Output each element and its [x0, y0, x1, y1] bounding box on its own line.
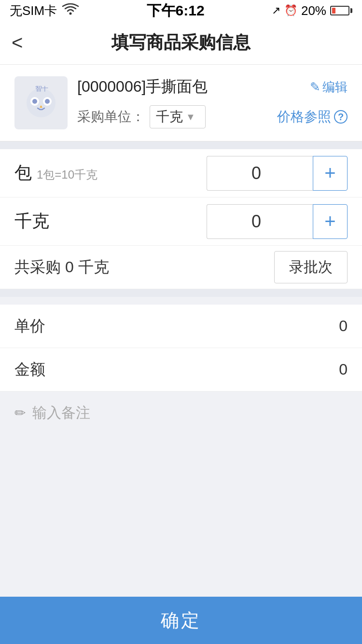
remark-placeholder: 输入备注 [32, 403, 90, 423]
bag-input-wrap: + [101, 156, 348, 191]
record-batch-button[interactable]: 录批次 [274, 251, 348, 283]
remark-section[interactable]: ✏ 输入备注 [0, 392, 362, 434]
edit-label: 编辑 [322, 79, 348, 96]
svg-point-0 [70, 12, 72, 14]
product-logo-icon: 智 十 [24, 86, 58, 120]
wifi-icon [62, 3, 79, 19]
product-image: 智 十 [14, 76, 68, 129]
help-icon[interactable]: ? [334, 110, 348, 124]
kg-plus-button[interactable]: + [313, 204, 348, 239]
product-card: 智 十 [0000006]手撕面包 ✎ 编辑 采购单位： 千克 ▼ 价格参照 ? [0, 65, 362, 141]
nav-bar: < 填写商品采购信息 [0, 21, 362, 65]
unit-price-row: 单价 0 [0, 305, 362, 348]
status-time: 下午6:12 [147, 1, 205, 21]
kg-label: 千克 [14, 210, 49, 233]
confirm-button[interactable]: 确定 [0, 597, 362, 644]
input-section: 包 1包=10千克 + 千克 + 共采购 0 千克 录批次 [0, 149, 362, 289]
svg-text:十: 十 [42, 86, 48, 92]
purchase-unit-label: 采购单位： [77, 108, 145, 126]
unit-dropdown-icon: ▼ [186, 112, 195, 123]
product-name: [0000006]手撕面包 [77, 76, 208, 98]
price-ref-button[interactable]: 价格参照 ? [277, 108, 348, 126]
product-info: [0000006]手撕面包 ✎ 编辑 采购单位： 千克 ▼ 价格参照 ? [77, 76, 348, 128]
unit-value: 千克 [156, 108, 183, 126]
content-area [0, 434, 362, 599]
bag-input-row: 包 1包=10千克 + [0, 149, 362, 197]
battery-percent: 20% [301, 3, 326, 18]
bag-sub-label: 1包=10千克 [37, 167, 97, 182]
status-left: 无SIM卡 [10, 2, 79, 19]
bag-label-group: 包 1包=10千克 [14, 161, 101, 185]
total-summary-text: 共采购 0 千克 [14, 257, 109, 278]
amount-label: 金额 [14, 359, 45, 380]
kg-input-wrap: + [101, 204, 348, 239]
unit-price-value: 0 [339, 317, 348, 335]
svg-point-4 [32, 99, 37, 104]
location-icon: ↗ [272, 4, 280, 17]
no-sim-text: 无SIM卡 [10, 2, 57, 19]
confirm-label: 确定 [161, 608, 201, 633]
unit-price-label: 单价 [14, 316, 45, 337]
status-bar: 无SIM卡 下午6:12 ↗ ⏰ 20% [0, 0, 362, 21]
pencil-icon: ✏ [14, 405, 26, 421]
kg-quantity-input[interactable] [207, 204, 313, 239]
edit-button[interactable]: ✎ 编辑 [310, 79, 348, 96]
summary-row: 共采购 0 千克 录批次 [0, 246, 362, 289]
bag-quantity-input[interactable] [207, 156, 313, 191]
svg-text:智: 智 [35, 86, 42, 92]
bag-label: 包 [14, 161, 32, 185]
alarm-icon: ⏰ [284, 4, 297, 17]
battery-icon [330, 6, 352, 15]
unit-select[interactable]: 千克 ▼ [150, 105, 206, 128]
back-button[interactable]: < [12, 32, 23, 54]
page-title: 填写商品采购信息 [111, 31, 251, 55]
price-ref-label: 价格参照 [277, 108, 331, 126]
status-right: ↗ ⏰ 20% [272, 3, 352, 18]
price-section: 单价 0 金额 0 [0, 305, 362, 392]
amount-row: 金额 0 [0, 348, 362, 392]
kg-input-row: 千克 + [0, 197, 362, 246]
edit-icon: ✎ [310, 80, 320, 95]
section-divider-2 [0, 289, 362, 297]
kg-label-group: 千克 [14, 210, 101, 233]
bag-plus-button[interactable]: + [313, 156, 348, 191]
section-divider-1 [0, 141, 362, 149]
svg-point-5 [45, 99, 50, 104]
amount-value: 0 [339, 361, 348, 378]
